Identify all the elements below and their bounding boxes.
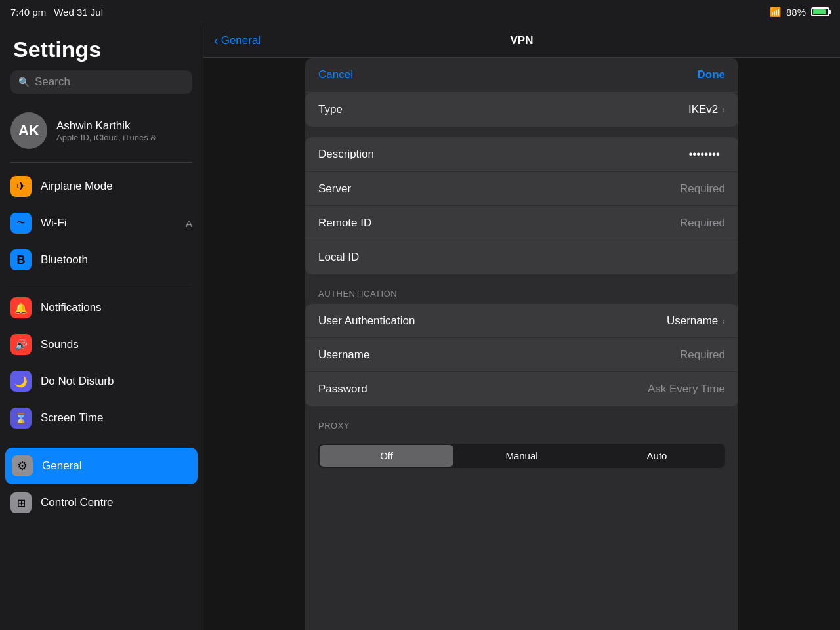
vpn-modal: Cancel Done Type IKEv2 › Description •••… [305,58,738,630]
description-label: Description [318,148,410,161]
local-id-row[interactable]: Local ID [305,240,738,274]
notifications-icon: 🔔 [10,297,32,318]
sidebar-item-sounds[interactable]: 🔊 Sounds [0,326,203,363]
sidebar-label-sounds: Sounds [41,338,192,351]
sidebar-item-airplane-mode[interactable]: ✈ Airplane Mode [0,168,203,205]
bluetooth-icon: B [10,249,32,270]
type-value: IKEv2 [410,103,718,116]
sidebar-title: Settings [0,24,203,70]
sounds-icon: 🔊 [10,334,32,355]
user-auth-chevron-icon: › [722,316,725,326]
description-row[interactable]: Description •••••••• [305,137,738,172]
user-profile-item[interactable]: AK Ashwin Karthik Apple ID, iCloud, iTun… [0,104,203,157]
sidebar-label-do-not-disturb: Do Not Disturb [41,375,192,388]
sidebar-item-control-centre[interactable]: ⊞ Control Centre [0,484,203,521]
sidebar-item-notifications[interactable]: 🔔 Notifications [0,289,203,326]
status-date: Wed 31 Jul [54,7,103,18]
sidebar-label-general: General [42,459,191,472]
proxy-segmented-control[interactable]: Off Manual Auto [318,444,725,468]
cancel-button[interactable]: Cancel [318,68,353,81]
description-value: •••••••• [410,146,725,162]
proxy-auto-segment[interactable]: Auto [590,445,724,467]
user-name: Ashwin Karthik [56,119,192,133]
control-centre-icon: ⊞ [10,492,32,513]
server-value: Required [410,182,725,196]
status-bar-left: 7:40 pm Wed 31 Jul [10,7,103,18]
separator-3 [10,442,192,442]
nav-back-button[interactable]: ‹ General [214,33,261,48]
proxy-off-segment[interactable]: Off [320,445,453,467]
status-bar-right: 📶 88% [770,7,830,18]
battery-fill [813,9,826,14]
auth-section-header: AUTHENTICATION [305,276,738,304]
type-row[interactable]: Type IKEv2 › [305,93,738,127]
status-time: 7:40 pm [10,7,46,18]
type-label: Type [318,103,410,116]
sidebar-label-wifi: Wi-Fi [41,217,177,230]
nav-back-label: General [221,34,261,47]
sidebar-item-wifi[interactable]: 〜 Wi-Fi A [0,205,203,242]
type-chevron-icon: › [722,104,725,115]
sidebar-item-general[interactable]: ⚙ General [5,448,198,484]
proxy-manual-segment[interactable]: Manual [455,445,589,467]
airplane-icon: ✈ [10,176,32,197]
sidebar-item-do-not-disturb[interactable]: 🌙 Do Not Disturb [0,363,203,400]
username-label: Username [318,348,410,362]
general-icon: ⚙ [12,455,33,476]
password-value: Ask Every Time [410,383,725,396]
sidebar-item-bluetooth[interactable]: B Bluetooth [0,242,203,278]
modal-bottom-padding [305,476,738,495]
user-auth-label: User Authentication [318,314,415,327]
sidebar-label-screen-time: Screen Time [41,411,192,425]
wifi-icon: 📶 [770,7,781,17]
local-id-label: Local ID [318,251,410,264]
wifi-settings-icon: 〜 [10,213,32,234]
sidebar-label-notifications: Notifications [41,301,192,314]
proxy-section-header: PROXY [305,408,738,436]
sidebar-item-screen-time[interactable]: ⌛ Screen Time [0,400,203,436]
username-value: Required [410,348,725,362]
battery-text: 88% [786,7,806,18]
sidebar-label-airplane: Airplane Mode [41,180,192,193]
user-info: Ashwin Karthik Apple ID, iCloud, iTunes … [56,119,192,142]
sidebar-value-wifi: A [186,218,192,229]
status-bar: 7:40 pm Wed 31 Jul 📶 88% [0,0,840,24]
search-icon: 🔍 [18,77,30,87]
remote-id-value: Required [410,217,725,230]
battery-icon [811,7,830,16]
user-auth-row[interactable]: User Authentication Username › [305,304,738,338]
remote-id-row[interactable]: Remote ID Required [305,206,738,240]
main-content: ‹ General VPN Cancel Done Type IKEv2 › D… [203,24,840,630]
search-placeholder: Search [35,75,70,89]
password-row[interactable]: Password Ask Every Time [305,372,738,406]
nav-title: VPN [511,34,534,47]
user-auth-value: Username [415,314,718,327]
do-not-disturb-icon: 🌙 [10,371,32,392]
done-button[interactable]: Done [698,68,726,81]
server-row[interactable]: Server Required [305,172,738,206]
avatar: AK [10,112,47,149]
sidebar-label-control-centre: Control Centre [41,496,192,509]
separator-1 [10,162,192,163]
nav-bar: ‹ General VPN [203,24,840,58]
username-row[interactable]: Username Required [305,338,738,372]
server-label: Server [318,182,410,196]
back-chevron-icon: ‹ [214,33,219,48]
sidebar-label-bluetooth: Bluetooth [41,253,192,266]
screen-time-icon: ⌛ [10,408,32,429]
search-bar[interactable]: 🔍 Search [10,70,192,94]
separator-2 [10,284,192,284]
modal-header: Cancel Done [305,58,738,93]
remote-id-label: Remote ID [318,217,410,230]
password-label: Password [318,383,410,396]
sidebar: Settings 🔍 Search AK Ashwin Karthik Appl… [0,24,203,630]
user-subtitle: Apple ID, iCloud, iTunes & [56,133,192,142]
